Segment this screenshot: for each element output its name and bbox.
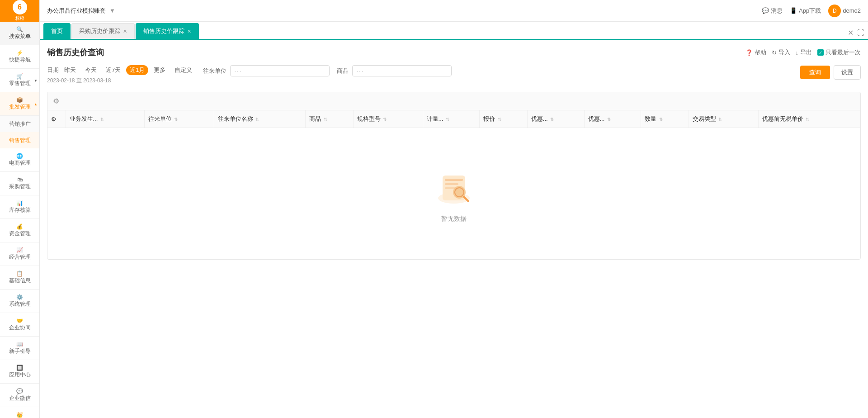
query-button[interactable]: 查询: [800, 66, 830, 79]
th-discount1[interactable]: 优惠... ⇅: [527, 110, 584, 128]
message-button[interactable]: 💬 消息: [762, 7, 783, 15]
partner-input-placeholder: ···: [234, 67, 242, 74]
sidebar-item-label: 搜索菜单: [9, 33, 31, 40]
sidebar-item-retail-mgmt[interactable]: 🛒 零售管理: [0, 69, 39, 92]
th-quantity[interactable]: 数量 ⇅: [641, 110, 689, 128]
tab-purchase-history-close-icon[interactable]: ✕: [123, 28, 127, 34]
sidebar-item-label: 批发管理: [9, 103, 31, 111]
table-header: ⚙ 业务发生... ⇅ 往来单位 ⇅ 往来单位名称: [47, 110, 860, 128]
sort-icon: ⇅: [607, 117, 611, 122]
avatar: D: [828, 5, 841, 17]
date-btn-more[interactable]: 更多: [150, 65, 169, 75]
maximize-window-icon[interactable]: ⛶: [857, 29, 864, 37]
sidebar-item-quick-nav[interactable]: ⚡ 快捷导航: [0, 45, 39, 69]
close-window-icon[interactable]: ✕: [848, 28, 854, 37]
sidebar-item-app-center[interactable]: 🔲 应用中心: [0, 360, 39, 384]
view-last-only-checkbox[interactable]: 只看最后一次: [817, 48, 861, 57]
sidebar-item-label: 应用中心: [9, 371, 31, 379]
sidebar-item-basic-info[interactable]: 📋 基础信息: [0, 266, 39, 290]
purchase-icon: 🛍: [17, 176, 23, 183]
sidebar-item-marketing[interactable]: 营销推广: [0, 116, 39, 132]
product-filter-input[interactable]: ···: [352, 65, 452, 76]
th-spec[interactable]: 规格型号 ⇅: [353, 110, 423, 128]
sidebar-item-enterprise-collab[interactable]: 🤝 企业协同: [0, 313, 39, 337]
download-icon: 📱: [790, 7, 797, 14]
sidebar-item-label: 新手引导: [9, 347, 31, 355]
tab-sales-history-close-icon[interactable]: ✕: [187, 28, 191, 34]
sidebar-item-sales-mgmt[interactable]: 销售管理: [0, 132, 39, 148]
workspace-dropdown-icon[interactable]: ▼: [109, 7, 115, 14]
sidebar-item-finance-mgmt[interactable]: 💰 资金管理: [0, 219, 39, 242]
th-partner-code[interactable]: 往来单位 ⇅: [144, 110, 214, 128]
th-partner-name[interactable]: 往来单位名称 ⇅: [214, 110, 305, 128]
page-header: 销售历史价查询 ❓ 帮助 ↻ 导入 ↓ 导出: [47, 47, 861, 58]
table-settings-icon[interactable]: ⚙: [53, 97, 59, 105]
sort-icon: ⇅: [174, 117, 178, 122]
tab-home[interactable]: 首页: [43, 23, 71, 39]
tab-purchase-history[interactable]: 采购历史价跟踪 ✕: [71, 23, 135, 39]
sidebar-item-purchase-mgmt[interactable]: 🛍 采购管理: [0, 172, 39, 195]
retail-icon: 🛒: [16, 73, 23, 80]
wechat-icon: 💬: [16, 388, 23, 394]
system-icon: ⚙️: [16, 294, 23, 300]
tab-purchase-history-label: 采购历史价跟踪: [79, 27, 120, 35]
ecommerce-icon: 🌐: [16, 153, 23, 159]
sidebar-item-label: 经营管理: [9, 253, 31, 261]
sidebar-item-label: 零售管理: [9, 80, 31, 87]
date-btn-custom[interactable]: 自定义: [171, 65, 196, 75]
th-pretax-price[interactable]: 优惠前无税单价 ⇅: [758, 110, 860, 128]
th-discount2-label: 优惠...: [588, 115, 605, 122]
sidebar-item-member[interactable]: 👑 畅会员: [0, 407, 39, 418]
date-btn-last7days[interactable]: 近7天: [102, 65, 124, 75]
sidebar-item-enterprise-wechat[interactable]: 💬 企业微信: [0, 384, 39, 407]
sidebar-item-wholesale-mgmt[interactable]: 📦 批发管理: [0, 92, 39, 116]
sort-icon: ⇅: [100, 117, 104, 122]
sort-icon: ⇅: [446, 117, 449, 122]
empty-state-text: 暂无数据: [441, 215, 467, 223]
user-menu[interactable]: D demo2: [828, 5, 861, 17]
filter-row: 日期 昨天 今天 近7天 近1月 更多 自定义 2023-02-18 至 202…: [47, 65, 861, 85]
th-partner-name-label: 往来单位名称: [218, 115, 253, 122]
sidebar-item-inventory[interactable]: 📊 库存核算: [0, 195, 39, 219]
page-actions: ❓ 帮助 ↻ 导入 ↓ 导出 只看最后一次: [745, 48, 861, 57]
import-button[interactable]: ↻ 导入: [772, 48, 790, 57]
sidebar-item-label: 营销推广: [9, 120, 31, 128]
th-unit[interactable]: 计量... ⇅: [423, 110, 480, 128]
sidebar-item-operations-mgmt[interactable]: 📈 经营管理: [0, 242, 39, 266]
workspace-title: 办公用品行业模拟账套: [47, 7, 106, 15]
export-button[interactable]: ↓ 导出: [796, 48, 812, 57]
app-download-button[interactable]: 📱 App下载: [790, 7, 821, 15]
th-quantity-label: 数量: [645, 115, 656, 122]
sidebar-item-newbie-guide[interactable]: 📖 新手引导: [0, 337, 39, 360]
product-filter-label: 商品: [337, 67, 349, 75]
th-biz-date[interactable]: 业务发生... ⇅: [66, 110, 144, 128]
tabbar: 首页 采购历史价跟踪 ✕ 销售历史价跟踪 ✕ ✕ ⛶: [40, 22, 868, 40]
partner-filter-input[interactable]: ···: [230, 65, 330, 76]
logo-text: 标橙: [15, 15, 24, 22]
app-logo[interactable]: 6 标橙: [0, 0, 39, 22]
sidebar-item-label: 快捷导航: [9, 56, 31, 64]
import-icon: ↻: [772, 49, 777, 56]
th-quote-price[interactable]: 报价 ⇅: [480, 110, 528, 128]
help-button[interactable]: ❓ 帮助: [745, 48, 766, 57]
collab-icon: 🤝: [16, 318, 23, 324]
sort-icon: ⇅: [550, 117, 554, 122]
message-icon: 💬: [762, 7, 769, 14]
tab-sales-history[interactable]: 销售历史价跟踪 ✕: [136, 23, 199, 39]
date-btn-last1month[interactable]: 近1月: [126, 65, 148, 75]
sidebar-item-ecommerce-mgmt[interactable]: 🌐 电商管理: [0, 148, 39, 172]
sidebar-sub-wholesale: 营销推广 销售管理: [0, 116, 39, 148]
settings-button[interactable]: 设置: [834, 65, 861, 80]
date-filter-buttons: 昨天 今天 近7天 近1月 更多 自定义: [61, 65, 196, 75]
th-product[interactable]: 商品 ⇅: [306, 110, 354, 128]
sidebar-item-system-mgmt[interactable]: ⚙️ 系统管理: [0, 290, 39, 313]
sidebar-item-search-menu[interactable]: 🔍 搜索菜单: [0, 22, 39, 45]
guide-icon: 📖: [16, 341, 23, 347]
topbar: 办公用品行业模拟账套 ▼ 💬 消息 📱 App下载 D demo2: [40, 0, 868, 22]
sort-icon: ⇅: [324, 117, 327, 122]
date-btn-yesterday[interactable]: 昨天: [61, 65, 80, 75]
th-trade-type[interactable]: 交易类型 ⇅: [689, 110, 758, 128]
date-btn-today[interactable]: 今天: [81, 65, 100, 75]
th-discount2[interactable]: 优惠... ⇅: [584, 110, 641, 128]
main-area: 办公用品行业模拟账套 ▼ 💬 消息 📱 App下载 D demo2 首页: [40, 0, 868, 418]
